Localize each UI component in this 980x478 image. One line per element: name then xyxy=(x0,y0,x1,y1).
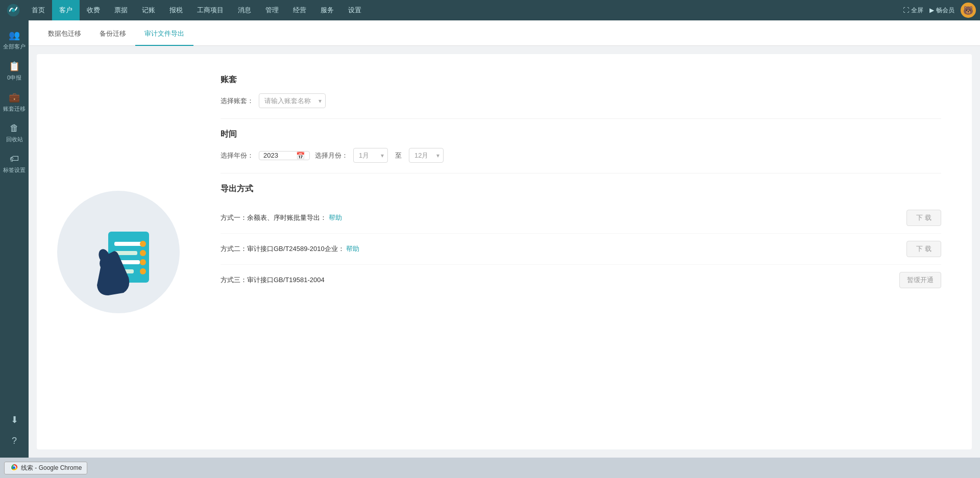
time-divider xyxy=(220,173,941,173)
sidebar-item-tag-label: 标签设置 xyxy=(3,166,26,174)
download-icon: ⬇ xyxy=(11,414,18,425)
vip-icon: ▶ xyxy=(929,7,934,14)
illustration-area xyxy=(37,54,200,449)
sidebar-item-migration[interactable]: 💼 账套迁移 xyxy=(0,87,29,118)
tab-data-migration[interactable]: 数据包迁移 xyxy=(39,22,90,46)
nav-settings[interactable]: 设置 xyxy=(341,0,369,20)
svg-point-8 xyxy=(140,250,146,256)
fullscreen-button[interactable]: ⛶ 全屏 xyxy=(903,6,923,15)
vip-button[interactable]: ▶ 畅会员 xyxy=(929,6,954,15)
account-section-title: 账套 xyxy=(220,74,941,85)
top-nav-right: ⛶ 全屏 ▶ 畅会员 🐻 xyxy=(903,3,976,18)
account-select-wrapper: 请输入账套名称 xyxy=(259,93,326,108)
nav-service[interactable]: 服务 xyxy=(313,0,341,20)
method1-help-link[interactable]: 帮助 xyxy=(329,214,342,221)
nav-client[interactable]: 客户 xyxy=(52,0,80,20)
chrome-icon xyxy=(10,464,18,472)
nav-home[interactable]: 首页 xyxy=(24,0,52,20)
sidebar: 👥 全部客户 📋 0申报 💼 账套迁移 🗑 回收站 🏷 标签设置 ⬇ ? xyxy=(0,20,29,458)
method2-text-group: 方式二：审计接口GB/T24589-2010企业： 帮助 xyxy=(220,244,359,254)
year-input-wrapper: 📅 xyxy=(259,151,310,160)
tab-audit-export[interactable]: 审计文件导出 xyxy=(135,22,193,46)
calendar-icon: 📅 xyxy=(296,152,305,160)
method3-text: 方式三：审计接口GB/T19581-2004 xyxy=(220,276,325,284)
sidebar-item-all-clients[interactable]: 👥 全部客户 xyxy=(0,24,29,56)
time-form-row: 选择年份： 📅 选择月份： 1月 2月 3月 4月 xyxy=(220,148,941,163)
migration-icon: 💼 xyxy=(9,92,20,103)
time-section: 时间 选择年份： 📅 选择月份： 1月 2月 3月 xyxy=(220,129,941,163)
sidebar-item-declaration[interactable]: 📋 0申报 xyxy=(0,56,29,87)
export-method-3: 方式三：审计接口GB/T19581-2004 暂缓开通 xyxy=(220,265,941,295)
taskbar-chrome-item[interactable]: 线索 - Google Chrome xyxy=(4,462,87,474)
top-nav-items: 首页 客户 收费 票据 记账 报税 工商项目 消息 管理 经营 服务 设置 xyxy=(24,0,903,20)
year-input[interactable] xyxy=(263,152,294,159)
svg-point-7 xyxy=(140,241,146,247)
method3-vip-button[interactable]: 暂缓开通 xyxy=(899,272,941,288)
nav-tax[interactable]: 报税 xyxy=(162,0,190,20)
end-month-select-wrapper: 1月 2月 3月 4月 5月 6月 7月 8月 9月 10月 11月 xyxy=(409,148,444,163)
method2-help-link[interactable]: 帮助 xyxy=(346,245,359,253)
nav-manage[interactable]: 管理 xyxy=(258,0,286,20)
account-divider xyxy=(220,118,941,119)
start-month-select-wrapper: 1月 2月 3月 4月 5月 6月 7月 8月 9月 10月 11月 xyxy=(353,148,388,163)
to-text: 至 xyxy=(393,151,404,160)
export-method-2: 方式二：审计接口GB/T24589-2010企业： 帮助 下 载 xyxy=(220,234,941,265)
sidebar-item-declaration-label: 0申报 xyxy=(7,74,21,82)
svg-point-9 xyxy=(140,259,146,265)
svg-rect-3 xyxy=(114,242,142,246)
method3-text-group: 方式三：审计接口GB/T19581-2004 xyxy=(220,275,325,285)
sidebar-bottom: ⬇ ? xyxy=(0,409,29,458)
year-label: 选择年份： xyxy=(220,151,254,160)
all-clients-icon: 👥 xyxy=(9,30,20,41)
sidebar-item-migration-label: 账套迁移 xyxy=(3,105,26,113)
export-section-title: 导出方式 xyxy=(220,184,941,194)
nav-billing[interactable]: 收费 xyxy=(80,0,107,20)
taskbar: 线索 - Google Chrome xyxy=(0,458,980,478)
sidebar-item-tag[interactable]: 🏷 标签设置 xyxy=(0,148,29,179)
method1-text-group: 方式一：余额表、序时账批量导出： 帮助 xyxy=(220,213,342,222)
export-section: 导出方式 方式一：余额表、序时账批量导出： 帮助 下 载 方式二：审计接口GB/… xyxy=(220,184,941,295)
main-wrapper: 👥 全部客户 📋 0申报 💼 账套迁移 🗑 回收站 🏷 标签设置 ⬇ ? xyxy=(0,20,980,458)
tag-icon: 🏷 xyxy=(10,154,19,164)
declaration-icon: 📋 xyxy=(9,61,20,72)
sidebar-item-recycle-label: 回收站 xyxy=(6,136,23,143)
sidebar-item-recycle[interactable]: 🗑 回收站 xyxy=(0,118,29,148)
method1-download-button[interactable]: 下 载 xyxy=(906,210,941,226)
account-select-label: 选择账套： xyxy=(220,96,254,106)
time-section-title: 时间 xyxy=(220,129,941,140)
fullscreen-icon: ⛶ xyxy=(903,7,909,14)
tab-bar: 数据包迁移 备份迁移 审计文件导出 xyxy=(29,20,980,46)
nav-bookkeeping[interactable]: 记账 xyxy=(135,0,162,20)
tab-backup-migration[interactable]: 备份迁移 xyxy=(90,22,135,46)
illustration-circle xyxy=(57,191,180,313)
method2-text: 方式二：审计接口GB/T24589-2010企业： xyxy=(220,245,345,253)
sidebar-help-button[interactable]: ? xyxy=(0,431,29,451)
top-nav: 首页 客户 收费 票据 记账 报税 工商项目 消息 管理 经营 服务 设置 ⛶ … xyxy=(0,0,980,20)
nav-operation[interactable]: 经营 xyxy=(286,0,313,20)
page-content: 账套 选择账套： 请输入账套名称 时间 选择年 xyxy=(37,54,972,449)
content-area: 数据包迁移 备份迁移 审计文件导出 xyxy=(29,20,980,458)
account-select[interactable]: 请输入账套名称 xyxy=(259,93,326,108)
nav-message[interactable]: 消息 xyxy=(231,0,258,20)
logo[interactable] xyxy=(4,1,22,19)
help-icon: ? xyxy=(12,436,17,446)
vip-label: 畅会员 xyxy=(936,6,954,15)
fullscreen-label: 全屏 xyxy=(911,6,923,15)
end-month-select[interactable]: 1月 2月 3月 4月 5月 6月 7月 8月 9月 10月 11月 xyxy=(409,148,444,163)
recycle-icon: 🗑 xyxy=(10,123,19,134)
export-method-1: 方式一：余额表、序时账批量导出： 帮助 下 载 xyxy=(220,203,941,234)
nav-business[interactable]: 工商项目 xyxy=(190,0,231,20)
form-area: 账套 选择账套： 请输入账套名称 时间 选择年 xyxy=(200,54,972,449)
svg-point-10 xyxy=(140,268,146,274)
sidebar-download-button[interactable]: ⬇ xyxy=(0,409,29,431)
method2-download-button[interactable]: 下 载 xyxy=(906,241,941,257)
illustration-svg xyxy=(72,206,164,298)
account-section: 账套 选择账套： 请输入账套名称 xyxy=(220,74,941,108)
account-form-row: 选择账套： 请输入账套名称 xyxy=(220,93,941,108)
nav-invoice[interactable]: 票据 xyxy=(107,0,135,20)
month-label: 选择月份： xyxy=(315,151,348,160)
method1-text: 方式一：余额表、序时账批量导出： xyxy=(220,214,327,221)
taskbar-chrome-label: 线索 - Google Chrome xyxy=(21,464,82,472)
start-month-select[interactable]: 1月 2月 3月 4月 5月 6月 7月 8月 9月 10月 11月 xyxy=(353,148,388,163)
avatar[interactable]: 🐻 xyxy=(961,3,976,18)
